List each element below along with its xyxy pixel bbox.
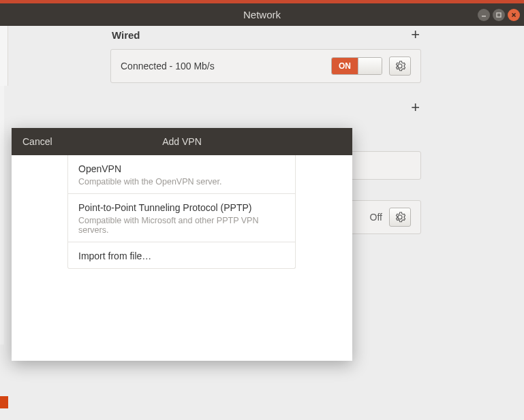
dialog-title: Add VPN xyxy=(162,136,202,147)
svg-rect-1 xyxy=(497,13,501,17)
wired-settings-button[interactable] xyxy=(389,56,411,76)
toggle-on-label: ON xyxy=(332,58,358,74)
vpn-option-pptp[interactable]: Point-to-Point Tunneling Protocol (PPTP)… xyxy=(68,194,295,242)
minimize-icon xyxy=(481,12,487,18)
wired-header: Wired + xyxy=(110,27,421,42)
svg-rect-0 xyxy=(482,16,486,17)
gear-icon xyxy=(395,212,405,223)
vpn-option-desc: Compatible with the OpenVPN server. xyxy=(78,177,285,187)
wired-section: Wired + Connected - 100 Mb/s ON xyxy=(110,27,421,83)
vpn-option-title: Point-to-Point Tunneling Protocol (PPTP) xyxy=(78,202,285,213)
proxy-status: Off xyxy=(370,212,382,223)
window-controls xyxy=(478,9,520,21)
dialog-header: Cancel Add VPN xyxy=(12,128,352,155)
close-icon xyxy=(511,12,517,18)
vpn-option-openvpn[interactable]: OpenVPN Compatible with the OpenVPN serv… xyxy=(68,155,295,194)
wired-toggle[interactable]: ON xyxy=(331,57,382,75)
vpn-option-import[interactable]: Import from file… xyxy=(68,242,295,268)
vpn-type-list: OpenVPN Compatible with the OpenVPN serv… xyxy=(67,155,296,269)
minimize-button[interactable] xyxy=(478,9,490,21)
vpn-option-title: OpenVPN xyxy=(78,163,285,174)
toggle-handle xyxy=(358,58,382,74)
maximize-button[interactable] xyxy=(493,9,505,21)
gear-icon xyxy=(395,61,405,71)
close-button[interactable] xyxy=(508,9,520,21)
add-vpn-dialog: Cancel Add VPN OpenVPN Compatible with t… xyxy=(12,128,352,361)
wired-title: Wired xyxy=(112,29,140,41)
cancel-button[interactable]: Cancel xyxy=(22,136,52,147)
vpn-option-desc: Compatible with Microsoft and other PPTP… xyxy=(78,216,285,235)
proxy-controls: Off xyxy=(370,208,411,227)
proxy-settings-button[interactable] xyxy=(389,208,411,227)
add-vpn-button[interactable]: + xyxy=(411,100,420,115)
wired-connection-card: Connected - 100 Mb/s ON xyxy=(110,49,421,83)
wired-status-text: Connected - 100 Mb/s xyxy=(121,61,215,71)
maximize-icon xyxy=(496,12,502,18)
vpn-option-title: Import from file… xyxy=(78,251,285,261)
add-wired-button[interactable]: + xyxy=(411,27,420,42)
window-title: Network xyxy=(243,9,281,20)
vpn-header: + xyxy=(110,100,421,115)
dialog-body: OpenVPN Compatible with the OpenVPN serv… xyxy=(12,155,352,361)
wired-controls: ON xyxy=(331,56,411,76)
window-titlebar: Network xyxy=(0,3,524,26)
